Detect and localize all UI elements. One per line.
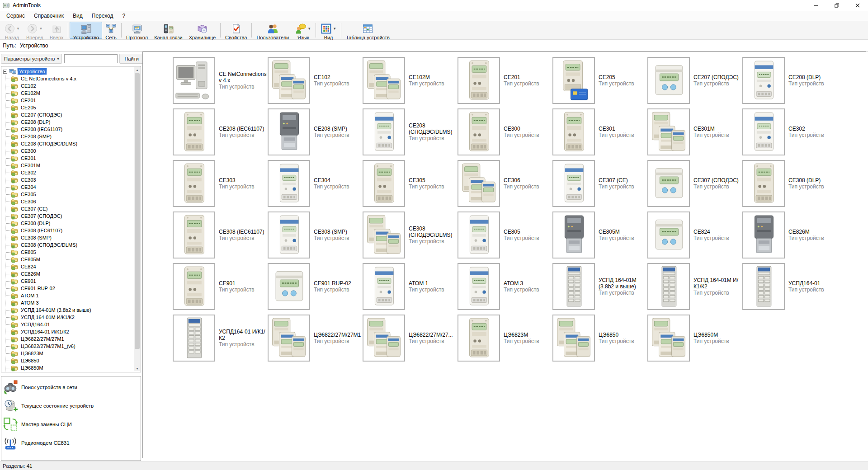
device-card[interactable]: CE208 (DLP)Тип устройств (742, 55, 837, 106)
device-card[interactable]: CE300Тип устройств (458, 106, 552, 158)
scroll-down-arrow[interactable]: ▼ (134, 366, 140, 371)
menu-item[interactable]: Вид (68, 11, 87, 20)
tree-item[interactable]: CE308 (DLP) (2, 220, 141, 227)
tree-item[interactable]: УСПД 164-01М И/К1/К2 (2, 314, 141, 321)
device-card[interactable]: CE301Тип устройств (552, 106, 647, 158)
toolbar-button[interactable]: Сеть (102, 22, 120, 39)
menu-item[interactable]: Переход (87, 11, 118, 20)
device-card[interactable]: ЦЭ6850МТип устройств (647, 312, 742, 364)
toolbar-button[interactable]: Хранилище (186, 22, 219, 39)
device-card[interactable]: CE308 (DLP)Тип устройств (742, 158, 837, 209)
tree-item[interactable]: CE901 (2, 277, 141, 285)
tree-item[interactable]: CE303 (2, 176, 141, 183)
find-button[interactable]: Найти (119, 54, 143, 64)
device-card[interactable]: CE205Тип устройств (552, 55, 647, 106)
scroll-up-arrow[interactable]: ▲ (134, 67, 140, 73)
device-card[interactable]: АТОМ 1Тип устройств (363, 261, 458, 312)
toolbar-button[interactable]: Пользователи (253, 22, 292, 39)
tree-item[interactable]: CE308 (СПОДЭС/DLMS) (2, 241, 141, 249)
tree-root-item[interactable]: Устройство (2, 68, 141, 75)
toolbar-button[interactable]: Таблица устройств (343, 22, 393, 39)
tree-item[interactable]: CE102 (2, 82, 141, 89)
tree-item[interactable]: УСПД164-01 И/К1/К2 (2, 328, 141, 335)
tree-item[interactable]: CE NetConnections v 4.x (2, 75, 141, 82)
tree-item[interactable]: CE805 (2, 249, 141, 256)
device-card[interactable]: CE207 (СПОДЭС)Тип устройств (647, 55, 742, 106)
device-card[interactable]: CE303Тип устройств (173, 158, 268, 209)
device-card[interactable]: УСПД164-01 И/К1/К2Тип устройств (173, 312, 268, 364)
tree-item[interactable]: CE300 (2, 147, 141, 155)
device-card[interactable]: CE304Тип устройств (268, 158, 363, 209)
tree-item[interactable]: CE208 (DLP) (2, 118, 141, 126)
device-card[interactable]: ЦЭ6822/27М/27...Тип устройств (363, 312, 458, 364)
action-item[interactable]: Текущее состояние устройств (3, 399, 139, 413)
device-card[interactable]: CE307 (СПОДЭС)Тип устройств (647, 158, 742, 209)
tree-item[interactable]: CE901 RUP-02 (2, 285, 141, 292)
minimize-button[interactable] (806, 0, 826, 11)
device-card[interactable]: CE901 RUP-02Тип устройств (268, 261, 363, 312)
action-item[interactable]: Радиомодем CE831 (3, 436, 139, 450)
device-card[interactable]: УСПД 164-01М И/К1/К2Тип устройств (647, 261, 742, 312)
search-input[interactable] (64, 54, 118, 63)
toolbar-button[interactable]: Устройство (70, 22, 102, 39)
device-card[interactable]: CE826MТип устройств (742, 209, 837, 261)
menu-item[interactable]: ? (118, 11, 130, 20)
device-card[interactable]: CE307 (CE)Тип устройств (552, 158, 647, 209)
tree-item[interactable]: CE306 (2, 198, 141, 205)
device-card[interactable]: CE208 (СПОДЭС/DLMS)Тип устройств (363, 106, 458, 158)
toolbar-button[interactable]: ▼Назад (1, 22, 23, 39)
device-params-dropdown[interactable]: Параметры устройств ▾ (1, 54, 62, 64)
toolbar-button[interactable]: Канал связи (151, 22, 186, 39)
device-card[interactable]: CE306Тип устройств (458, 158, 552, 209)
device-card[interactable]: ЦЭ6823МТип устройств (458, 312, 552, 364)
tree-item[interactable]: АТОМ 3 (2, 299, 141, 306)
tree-item[interactable]: CE305 (2, 191, 141, 198)
tree-item[interactable]: ЦЭ6850 (2, 357, 141, 364)
tree-item[interactable]: CE307 (СПОДЭС) (2, 212, 141, 220)
menu-item[interactable]: Сервис (2, 11, 29, 20)
tree-item[interactable]: CE805M (2, 256, 141, 263)
device-card[interactable]: УСПД 164-01М (3.8b2 и выше)Тип устройств (552, 261, 647, 312)
device-card[interactable]: CE208 (SMP)Тип устройств (268, 106, 363, 158)
tree-item[interactable]: CE208 (IEC61107) (2, 126, 141, 133)
action-item[interactable]: Мастер замены СЦИ (3, 417, 139, 432)
tree-item[interactable]: CE307 (CE) (2, 205, 141, 212)
device-card[interactable]: CE102Тип устройств (268, 55, 363, 106)
tree-item[interactable]: CE824 (2, 263, 141, 270)
tree-item[interactable]: CE301M (2, 162, 141, 169)
tree-item[interactable]: АТОМ 1 (2, 292, 141, 299)
device-card[interactable]: CE301MТип устройств (647, 106, 742, 158)
tree-item[interactable]: CE205 (2, 104, 141, 111)
tree-item[interactable]: CE208 (СПОДЭС/DLMS) (2, 140, 141, 147)
device-card[interactable]: CE208 (IEC61107)Тип устройств (173, 106, 268, 158)
tree-item[interactable]: CE208 (SMP) (2, 133, 141, 140)
device-card[interactable]: CE102MТип устройств (363, 55, 458, 106)
restore-button[interactable] (826, 0, 847, 11)
device-card[interactable]: АТОМ 3Тип устройств (458, 261, 552, 312)
toolbar-button[interactable]: ▼Вперед (23, 22, 47, 39)
tree-item[interactable]: CE308 (IEC61107) (2, 227, 141, 234)
device-card[interactable]: CE308 (СПОДЭС/DLMS)Тип устройств (363, 209, 458, 261)
action-item[interactable]: Поиск устройств в сети (3, 380, 139, 395)
toolbar-button[interactable]: Вверх (47, 22, 67, 39)
toolbar-button[interactable]: Свойства (222, 22, 250, 39)
device-card[interactable]: CE302Тип устройств (742, 106, 837, 158)
device-card[interactable]: УСПД164-01Тип устройств (742, 261, 837, 312)
tree-item[interactable]: УСПД 164-01М (3.8b2 и выше) (2, 306, 141, 314)
tree-item[interactable]: CE304 (2, 183, 141, 191)
device-card[interactable]: CE805MТип устройств (552, 209, 647, 261)
expand-toggle[interactable] (3, 70, 7, 74)
device-card[interactable]: ЦЭ6850Тип устройств (552, 312, 647, 364)
toolbar-button[interactable]: Протокол (123, 22, 151, 39)
device-card[interactable]: ЦЭ6822/27М/27М1Тип устройств (268, 312, 363, 364)
tree-item[interactable]: CE302 (2, 169, 141, 176)
menu-item[interactable]: Справочник (29, 11, 68, 20)
tree-item[interactable]: ЦЭ6850М (2, 364, 141, 371)
tree-scrollbar[interactable]: ▲ ▼ (134, 67, 140, 371)
device-card[interactable]: CE308 (IEC61107)Тип устройств (173, 209, 268, 261)
tree-item[interactable]: ЦЭ6822/27М/27М1_(v6) (2, 343, 141, 350)
close-button[interactable] (847, 0, 868, 11)
toolbar-button[interactable]: ▼Язык (292, 22, 314, 39)
tree-item[interactable]: CE826M (2, 270, 141, 277)
device-card[interactable]: CE901Тип устройств (173, 261, 268, 312)
